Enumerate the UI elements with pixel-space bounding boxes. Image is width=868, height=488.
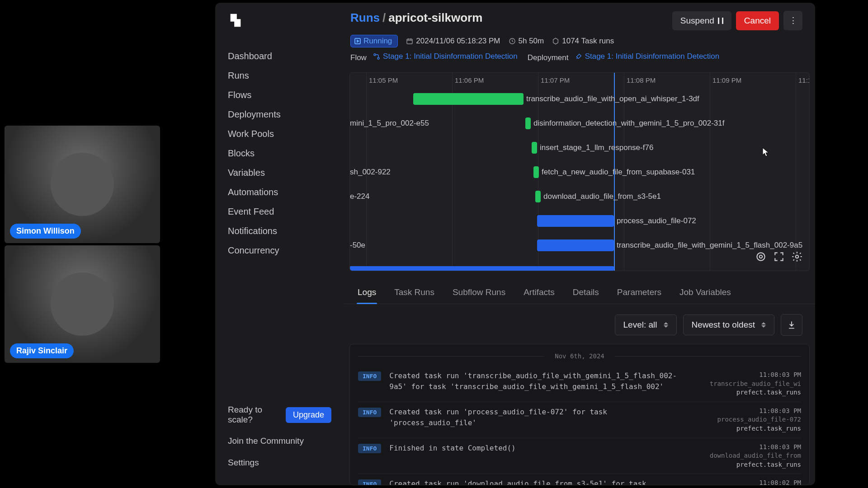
gantt-row[interactable]: transcribe_audio_file_with_open_ai_whisp… (350, 92, 809, 106)
run-duration: 5h 50m (509, 37, 544, 46)
gantt-settings-icon[interactable] (791, 251, 803, 263)
nav-runs[interactable]: Runs (220, 66, 340, 85)
gantt-bar[interactable] (537, 215, 614, 227)
flow-icon (373, 53, 380, 60)
log-message: Created task run 'process_audio_file-072… (389, 407, 689, 428)
log-message: Finished in state Completed() (389, 443, 689, 454)
download-logs-button[interactable] (781, 314, 802, 336)
tab-logs[interactable]: Logs (357, 283, 377, 304)
tab-details[interactable]: Details (572, 283, 600, 304)
gantt-bar[interactable] (532, 142, 537, 154)
log-level-badge: INFO (358, 479, 381, 485)
upgrade-button[interactable]: Upgrade (286, 407, 331, 423)
gantt-task-label: download_audio_file_from_s3-5e1 (543, 192, 661, 201)
log-level-badge: INFO (358, 371, 381, 381)
nav-dashboard[interactable]: Dashboard (220, 47, 340, 66)
webcam-participant-2: Rajiv Sinclair (5, 245, 160, 363)
tab-parameters[interactable]: Parameters (616, 283, 662, 304)
svg-point-2 (374, 54, 376, 56)
log-message: Created task run 'transcribe_audio_file_… (389, 371, 689, 392)
gantt-bar[interactable] (537, 239, 614, 251)
gantt-task-label: -50e (350, 241, 365, 250)
gantt-row[interactable]: insert_stage_1_llm_response-f76 (350, 141, 809, 155)
svg-point-6 (796, 255, 799, 258)
log-date-divider: Nov 6th, 2024 (358, 352, 801, 360)
gantt-bar[interactable] (525, 117, 531, 129)
nav-deployments[interactable]: Deployments (220, 105, 340, 124)
nav-flows[interactable]: Flows (220, 86, 340, 104)
tab-task-runs[interactable]: Task Runs (393, 283, 435, 304)
nav-blocks[interactable]: Blocks (220, 144, 340, 163)
flow-label: Flow (350, 53, 367, 62)
dots-vertical-icon: ⋮ (789, 15, 797, 26)
gantt-task-label: process_audio_file-072 (617, 216, 696, 225)
gantt-fullscreen-icon[interactable] (773, 251, 785, 263)
gantt-scrollbar[interactable] (350, 266, 614, 271)
gantt-task-label: e-224 (350, 192, 369, 201)
deployment-link[interactable]: Stage 1: Initial Disinformation Detectio… (575, 52, 720, 61)
log-sort-select[interactable]: Newest to oldest (683, 314, 774, 335)
log-entry: INFOCreated task run 'process_audio_file… (358, 402, 801, 438)
participant-name-1: Simon Willison (10, 224, 81, 239)
log-meta: 11:08:03 PMtranscribe_audio_file_wiprefe… (697, 371, 801, 397)
gantt-task-label: fetch_a_new_audio_file_from_supabase-031 (542, 168, 695, 177)
sidebar: Dashboard Runs Flows Deployments Work Po… (215, 3, 344, 485)
rocket-icon (575, 53, 582, 60)
gantt-bar[interactable] (533, 166, 539, 178)
gantt-row[interactable]: -50etranscribe_audio_file_with_gemini_1_… (350, 238, 809, 253)
upgrade-prompt: Ready to scale? Upgrade (220, 401, 340, 428)
nav-notifications[interactable]: Notifications (220, 222, 340, 240)
gantt-task-label: transcribe_audio_file_with_gemini_1_5_fl… (617, 241, 802, 250)
tab-job-variables[interactable]: Job Variables (679, 283, 732, 304)
log-meta: 11:08:02 PMdownload_audio_file_fromprefe… (697, 479, 801, 485)
nav-event-feed[interactable]: Event Feed (220, 202, 340, 221)
log-meta: 11:08:03 PMdownload_audio_file_fromprefe… (697, 443, 801, 469)
more-actions-button[interactable]: ⋮ (783, 11, 802, 30)
svg-point-4 (757, 253, 764, 260)
gantt-tick: 11:06 PM (455, 76, 484, 84)
nav-concurrency[interactable]: Concurrency (220, 241, 340, 260)
task-run-count: 1074 Task runs (552, 37, 614, 46)
nav-work-pools[interactable]: Work Pools (220, 125, 340, 143)
tab-artifacts[interactable]: Artifacts (523, 283, 556, 304)
page-header: Runs / apricot-silkworm Suspend Cancel ⋮ (344, 3, 815, 66)
log-level-select[interactable]: Level: all (615, 314, 677, 335)
cancel-button[interactable]: Cancel (736, 11, 779, 30)
nav-automations[interactable]: Automations (220, 183, 340, 202)
running-icon (354, 38, 361, 44)
breadcrumb-runs-link[interactable]: Runs (350, 11, 380, 25)
deployment-label: Deployment (528, 53, 569, 62)
gantt-row[interactable]: mini_1_5_pro_002-e55disinformation_detec… (350, 116, 809, 131)
gantt-task-label: mini_1_5_pro_002-e55 (350, 119, 429, 128)
upgrade-prompt-text: Ready to scale? (228, 405, 278, 425)
flow-link[interactable]: Stage 1: Initial Disinformation Detectio… (373, 52, 518, 61)
join-community-link[interactable]: Join the Community (220, 432, 340, 450)
app-window: Dashboard Runs Flows Deployments Work Po… (215, 3, 815, 485)
pause-icon (718, 18, 723, 24)
svg-rect-0 (407, 39, 412, 44)
gantt-chart[interactable]: 11:05 PM 11:06 PM 11:07 PM 11:08 PM 11:0… (349, 72, 810, 271)
main-navigation: Dashboard Runs Flows Deployments Work Po… (215, 47, 344, 260)
gantt-target-icon[interactable] (755, 251, 767, 263)
settings-link[interactable]: Settings (220, 454, 340, 472)
run-meta-row: Running 2024/11/06 05:18:23 PM 5h 50m 10… (350, 35, 802, 47)
nav-variables[interactable]: Variables (220, 164, 340, 182)
gantt-tick: 11:07 PM (541, 76, 570, 84)
gantt-row[interactable]: sh_002-922fetch_a_new_audio_file_from_su… (350, 165, 809, 179)
gantt-task-label: transcribe_audio_file_with_open_ai_whisp… (526, 94, 699, 103)
svg-point-3 (377, 57, 379, 59)
gantt-bar[interactable] (413, 93, 524, 105)
gantt-tick: 11:09 PM (712, 76, 741, 84)
gantt-row[interactable]: process_audio_file-072 (350, 214, 809, 228)
prefect-logo-icon[interactable] (228, 13, 243, 28)
gantt-row[interactable]: e-224download_audio_file_from_s3-5e1 (350, 189, 809, 204)
breadcrumb: Runs / apricot-silkworm (350, 11, 482, 25)
gantt-task-label: insert_stage_1_llm_response-f76 (540, 143, 653, 152)
log-level-badge: INFO (358, 408, 381, 417)
log-entry: INFOCreated task run 'transcribe_audio_f… (358, 366, 801, 402)
gantt-tick: 11:08 PM (627, 76, 656, 84)
suspend-button[interactable]: Suspend (672, 11, 731, 30)
tab-subflow-runs[interactable]: Subflow Runs (452, 283, 506, 304)
gantt-bar[interactable] (535, 191, 541, 202)
log-meta: 11:08:03 PMprocess_audio_file-072prefect… (697, 407, 801, 433)
